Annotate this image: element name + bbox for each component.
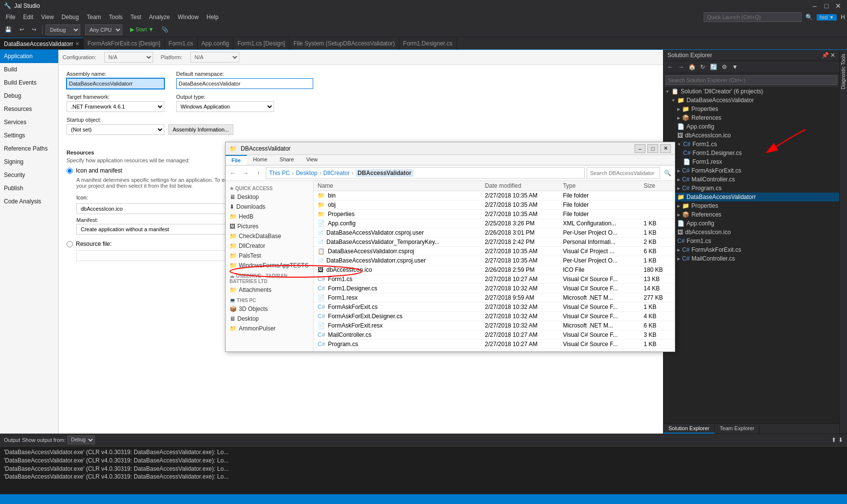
sidebar-item-reference-paths[interactable]: Reference Paths <box>0 142 58 155</box>
tab-0[interactable]: DataBaseAccessValidatorr ✕ <box>0 38 84 49</box>
se-sync-btn[interactable]: ↻ <box>698 62 708 72</box>
redo-btn[interactable]: ↪ <box>29 24 39 35</box>
fe-sidebar-downloads[interactable]: ⬇ Downloads <box>226 202 313 212</box>
se-properties-1[interactable]: ▶ 📁 Properties <box>664 105 839 113</box>
sidebar-item-debug[interactable]: Debug <box>0 89 58 103</box>
table-row[interactable]: 📄Form1.resx 2/27/2018 9:59 AM Microsoft … <box>314 293 675 303</box>
fe-sidebar-attachments[interactable]: 📁 Attachments <box>226 285 313 295</box>
table-row[interactable]: 📁obj 2/27/2018 10:35 AM File folder <box>314 200 675 210</box>
menu-help[interactable]: Help <box>203 12 223 22</box>
fe-forward-btn[interactable]: → <box>240 168 251 178</box>
platform-dropdown[interactable]: Any CPU <box>85 24 122 35</box>
output-btn-2[interactable]: ⬇ <box>838 437 843 443</box>
save-btn[interactable]: 💾 <box>2 24 15 35</box>
se-form1-1[interactable]: ▼ C# Form1.cs <box>664 140 839 149</box>
fe-search-btn[interactable]: 🔍 <box>662 168 673 178</box>
se-pin-icon[interactable]: 📌 <box>822 52 829 59</box>
col-size[interactable]: Size <box>640 181 675 191</box>
config-dropdown[interactable]: N/A <box>104 52 153 63</box>
assembly-info-button[interactable]: Assembly Information... <box>168 124 233 135</box>
maximize-button[interactable]: □ <box>822 1 831 11</box>
sidebar-item-build-events[interactable]: Build Events <box>0 76 58 89</box>
se-settings-btn[interactable]: ⚙ <box>719 62 729 72</box>
table-row[interactable]: 📄DataBaseAccessValidator_TemporaryKey...… <box>314 238 675 247</box>
tab-1[interactable]: FormAskForExit.cs [Design] <box>84 38 165 49</box>
quick-launch-input[interactable] <box>704 12 801 22</box>
fe-close-btn[interactable]: ✕ <box>660 144 671 153</box>
fe-sidebar-winforms[interactable]: 📁 WindowsFormsAppTESTS <box>226 261 313 270</box>
col-modified[interactable]: Date modified <box>481 181 559 191</box>
col-type[interactable]: Type <box>559 181 640 191</box>
table-row[interactable]: 📁bin 2/27/2018 10:35 AM File folder <box>314 191 675 200</box>
output-source-select[interactable]: Debug <box>68 436 95 444</box>
se-formaskforexit-1[interactable]: ▶ C# FormAskForExit.cs <box>664 166 839 175</box>
table-row[interactable]: 📄FormAskForExit.resx 2/27/2018 10:32 AM … <box>314 321 675 330</box>
minimize-button[interactable]: – <box>810 1 820 11</box>
se-back-btn[interactable]: ← <box>665 62 675 72</box>
fe-sidebar-desktop2[interactable]: 🖥 Desktop <box>226 314 313 324</box>
menu-test[interactable]: Test <box>127 12 145 22</box>
table-row[interactable]: C#MailController.cs 2/27/2018 10:27 AM V… <box>314 330 675 340</box>
breadcrumb-desktop[interactable]: Desktop <box>296 170 318 176</box>
se-appconfig-1[interactable]: 📄 App.config <box>664 122 839 131</box>
fe-sidebar-ammonpulser[interactable]: 📁 AmmonPulser <box>226 324 313 333</box>
se-forward-btn[interactable]: → <box>676 62 686 72</box>
sidebar-item-signing[interactable]: Signing <box>0 155 58 169</box>
tab-0-close[interactable]: ✕ <box>75 41 79 46</box>
sidebar-item-build[interactable]: Build <box>0 63 58 76</box>
se-tab-solution[interactable]: Solution Explorer <box>664 424 715 434</box>
col-name[interactable]: Name <box>314 181 481 191</box>
tab-4[interactable]: Form1.cs [Design] <box>233 38 289 49</box>
sidebar-item-security[interactable]: Security <box>0 169 58 182</box>
se-references-2[interactable]: ▶ 📦 References <box>664 210 839 219</box>
menu-window[interactable]: Window <box>174 12 203 22</box>
fe-tab-view[interactable]: View <box>300 155 324 165</box>
table-row[interactable]: 📁Properties 2/27/2018 10:35 AM File fold… <box>314 210 675 219</box>
se-program-1[interactable]: ▶ C# Program.cs <box>664 184 839 193</box>
se-refresh-btn[interactable]: 🔄 <box>709 62 718 72</box>
fe-sidebar-checkdatabase[interactable]: 📁 CheckDataBase <box>226 231 313 241</box>
se-solution-root[interactable]: ▼ 📋 Solution 'DllCreator' (6 projects) <box>664 87 839 96</box>
undo-btn[interactable]: ↩ <box>17 24 27 35</box>
se-tab-team[interactable]: Team Explorer <box>715 424 760 434</box>
sidebar-item-code-analysis[interactable]: Code Analysis <box>0 195 58 208</box>
table-row[interactable]: 🖼dbAccessIcon.ico 2/26/2018 2:59 PM ICO … <box>314 265 675 275</box>
sidebar-item-resources[interactable]: Resources <box>0 103 58 116</box>
se-references-1[interactable]: ▶ 📦 References <box>664 113 839 122</box>
fe-tab-home[interactable]: Home <box>247 155 274 165</box>
se-properties-2[interactable]: ▶ 📁 Properties <box>664 201 839 210</box>
se-home-btn[interactable]: 🏠 <box>687 62 697 72</box>
table-row[interactable]: 📄DataBaseAccessValidatorr.csproj.user 2/… <box>314 256 675 265</box>
debug-mode-dropdown[interactable]: Debug Release <box>46 24 80 35</box>
radio-icon-input[interactable] <box>67 168 73 174</box>
sidebar-item-publish[interactable]: Publish <box>0 182 58 195</box>
se-close-icon[interactable]: ✕ <box>830 52 835 59</box>
fe-sidebar-palstest[interactable]: 📁 PalsTest <box>226 251 313 261</box>
table-row[interactable]: C#FormAskForExit.Designer.cs 2/27/2018 1… <box>314 312 675 321</box>
se-form1-2[interactable]: C# Form1.cs <box>664 237 839 245</box>
fe-tab-share[interactable]: Share <box>274 155 300 165</box>
se-mailcontroller-1[interactable]: ▶ C# MailController.cs <box>664 175 839 184</box>
se-appconfig-2[interactable]: 📄 App.config <box>664 219 839 228</box>
se-filter-btn[interactable]: ▼ <box>730 62 740 72</box>
sidebar-item-services[interactable]: Services <box>0 116 58 129</box>
output-btn-1[interactable]: ⬆ <box>831 437 836 443</box>
se-mailcontroller-2[interactable]: ▶ C# MailController.cs <box>664 254 839 263</box>
table-row[interactable]: C#Form1.Designer.cs 2/27/2018 10:32 AM V… <box>314 284 675 293</box>
breadcrumb-thispc[interactable]: This PC <box>269 170 290 176</box>
platform-dropdown-btn[interactable]: Any CPU <box>82 24 125 35</box>
table-row[interactable]: C#FormAskForExit.cs 2/27/2018 10:32 AM V… <box>314 303 675 312</box>
tab-2[interactable]: Form1.cs <box>165 38 198 49</box>
tab-5[interactable]: File System (SetupDBAccessValidator) <box>290 38 399 49</box>
table-row[interactable]: 📋DataBaseAccessValidatorr.csproj 2/27/20… <box>314 247 675 256</box>
tab-3[interactable]: App.config <box>198 38 234 49</box>
se-search-input[interactable] <box>665 75 837 85</box>
fe-sidebar-dllcreator[interactable]: 📁 DllCreator <box>226 241 313 251</box>
attach-btn[interactable]: 📎 <box>159 24 171 35</box>
fe-sidebar-hedb[interactable]: 📁 HedB <box>226 212 313 221</box>
target-framework-select[interactable]: .NET Framework 4.6.1 <box>67 101 164 112</box>
fe-up-btn[interactable]: ↑ <box>253 168 264 178</box>
fe-tab-file[interactable]: File <box>226 155 247 165</box>
fe-maximize-btn[interactable]: □ <box>647 144 658 153</box>
sidebar-item-application[interactable]: Application <box>0 50 58 63</box>
